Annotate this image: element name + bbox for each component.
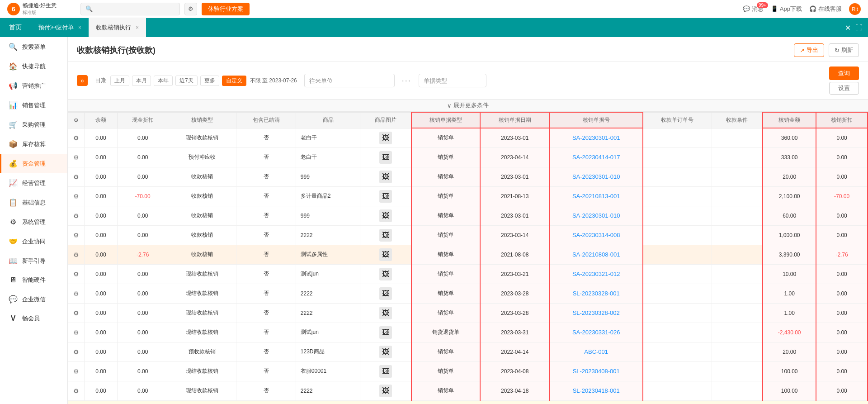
date-btn-last-month[interactable]: 上月 xyxy=(110,76,129,86)
cell-receipt-order-no xyxy=(643,264,712,284)
cell-cancel-no: SA-20230331-026 xyxy=(549,323,643,342)
cell-gear[interactable]: ⚙ xyxy=(68,303,85,323)
expand-bar[interactable]: ∨ 展开更多条件 xyxy=(68,100,868,112)
sidebar-item-search[interactable]: 🔍 搜索菜单 xyxy=(0,37,67,57)
cancel-no-link[interactable]: SL-20230328-001 xyxy=(573,290,620,297)
cell-gear[interactable]: ⚙ xyxy=(68,167,85,186)
partner-input[interactable] xyxy=(304,74,395,87)
online-service-button[interactable]: 🎧 在线客服 xyxy=(809,5,842,13)
date-btn-more[interactable]: 更多 xyxy=(200,76,219,86)
maximize-icon[interactable]: ⛶ xyxy=(855,24,863,32)
cancel-no-link[interactable]: SA-20230414-017 xyxy=(572,154,620,161)
cell-gear[interactable]: ⚙ xyxy=(68,206,85,225)
cancel-no-link[interactable]: SA-20210813-001 xyxy=(572,193,620,200)
date-btn-this-year[interactable]: 本年 xyxy=(154,76,173,86)
cell-cancel-voucher-type: 销货退货单 xyxy=(411,323,481,342)
sidebar-item-guide[interactable]: 📖 新手引导 xyxy=(0,251,67,271)
cell-goods: 2222 xyxy=(296,225,360,245)
cancel-no-link[interactable]: SA-20230301-001 xyxy=(572,134,620,141)
cell-gear[interactable]: ⚙ xyxy=(68,186,85,206)
cancel-no-link[interactable]: SA-20230331-026 xyxy=(572,329,620,336)
sidebar-item-system[interactable]: ⚙ 系统管理 xyxy=(0,212,67,232)
refresh-button[interactable]: ↻ 刷新 xyxy=(829,43,859,57)
cell-goods-img: 🖼 xyxy=(360,225,411,245)
cell-include-settled: 否 xyxy=(236,147,296,167)
cell-gear[interactable]: ⚙ xyxy=(68,323,85,342)
cell-goods-img: 🖼 xyxy=(360,361,411,381)
voucher-type-select[interactable]: 单据类型 xyxy=(419,74,486,87)
sidebar-item-wechat[interactable]: 💬 企业微信 xyxy=(0,290,67,309)
inventory-icon: 📦 xyxy=(9,140,18,148)
cell-cancel-amount: 60.00 xyxy=(763,206,816,225)
cell-gear[interactable]: ⚙ xyxy=(68,128,85,147)
cell-gear[interactable]: ⚙ xyxy=(68,361,85,381)
tab-home[interactable]: 首页 xyxy=(0,18,31,37)
app-download-button[interactable]: 📱 App下载 xyxy=(771,5,802,13)
export-button[interactable]: ↗ 导出 xyxy=(794,43,824,57)
tab-prepay[interactable]: 预付冲应付单 × xyxy=(31,18,89,37)
tab-receipt-cancel-close[interactable]: × xyxy=(136,24,139,31)
cancel-no-link[interactable]: SA-20230301-010 xyxy=(572,212,620,219)
date-btn-this-month[interactable]: 本月 xyxy=(132,76,151,86)
sidebar-item-basics[interactable]: 📋 基础信息 xyxy=(0,193,67,212)
close-window-icon[interactable]: ✕ xyxy=(845,24,851,32)
table-container[interactable]: ⚙ 余额 现金折扣 核销类型 包含已结清 商品 商品图片 核销单据类型 核销单据… xyxy=(68,112,868,404)
cell-cancel-date: 2022-04-14 xyxy=(480,342,549,361)
date-btn-custom[interactable]: 自定义 xyxy=(222,76,246,86)
cell-receipt-order-no xyxy=(643,323,712,342)
sidebar-item-vip[interactable]: V 畅会员 xyxy=(0,309,67,328)
sidebar-item-quicknav[interactable]: 🏠 快捷导航 xyxy=(0,57,67,76)
cell-receipt-condition xyxy=(712,225,763,245)
cell-gear[interactable]: ⚙ xyxy=(68,147,85,167)
avatar[interactable]: Rit xyxy=(849,3,861,15)
dots-button[interactable]: ··· xyxy=(402,76,411,86)
cancel-no-link[interactable]: SA-20210808-001 xyxy=(572,251,620,258)
table-row: ⚙ 0.00 -70.00 收款核销 否 多计量商品2 🖼 销货单 2021-0… xyxy=(68,186,868,206)
search-input[interactable] xyxy=(95,5,168,12)
cancel-no-link[interactable]: SA-20230301-010 xyxy=(572,173,620,180)
cancel-no-link[interactable]: SL-20230418-001 xyxy=(573,387,620,394)
sidebar-item-inventory[interactable]: 📦 库存核算 xyxy=(0,134,67,154)
sidebar-item-finance[interactable]: 💰 资金管理 xyxy=(0,154,67,173)
cell-gear[interactable]: ⚙ xyxy=(68,342,85,361)
filter-toggle-button[interactable]: » xyxy=(77,75,88,86)
cell-goods: 测试jun xyxy=(296,323,360,342)
settings-button[interactable]: 设置 xyxy=(829,82,859,95)
date-btn-7days[interactable]: 近7天 xyxy=(175,76,198,86)
cell-cancel-amount: 2,100.00 xyxy=(763,186,816,206)
cell-yue: 0.00 xyxy=(85,323,118,342)
tab-prepay-close[interactable]: × xyxy=(78,24,81,31)
query-button[interactable]: 查询 xyxy=(829,67,859,80)
cell-gear[interactable]: ⚙ xyxy=(68,284,85,303)
sidebar-item-hardware[interactable]: 🖥 智能硬件 xyxy=(0,271,67,290)
cell-gear[interactable]: ⚙ xyxy=(68,381,85,400)
industry-button[interactable]: 休验行业方案 xyxy=(202,3,250,15)
cell-receipt-order-no xyxy=(643,147,712,167)
cell-goods-img: 🖼 xyxy=(360,186,411,206)
wechat-icon: 💬 xyxy=(9,295,18,304)
sidebar-item-sales[interactable]: 📊 销售管理 xyxy=(0,95,67,115)
sidebar-item-collab[interactable]: 🤝 企业协同 xyxy=(0,232,67,251)
cancel-no-link[interactable]: SA-20230321-012 xyxy=(572,271,620,277)
gear-button[interactable]: ⚙ xyxy=(184,3,197,15)
cell-goods: 衣服00001 xyxy=(296,361,360,381)
top-search-box[interactable]: 🔍 xyxy=(80,3,180,15)
message-button[interactable]: 💬 消息 99+ xyxy=(743,5,764,13)
sidebar-item-operations[interactable]: 📈 经营管理 xyxy=(0,173,67,193)
sidebar-item-purchase[interactable]: 🛒 采购管理 xyxy=(0,115,67,134)
sidebar-item-marketing[interactable]: 📢 营销推广 xyxy=(0,76,67,95)
cell-receipt-order-no xyxy=(643,167,712,186)
col-gear[interactable]: ⚙ xyxy=(68,112,85,128)
cell-gear[interactable]: ⚙ xyxy=(68,245,85,264)
tab-receipt-cancel[interactable]: 收款核销执行 × xyxy=(89,18,146,37)
cancel-no-link[interactable]: SA-20230314-008 xyxy=(572,232,620,238)
cell-gear[interactable]: ⚙ xyxy=(68,225,85,245)
refresh-label: 刷新 xyxy=(841,46,853,54)
cell-yue: 0.00 xyxy=(85,342,118,361)
cancel-no-link[interactable]: SL-20230328-002 xyxy=(573,309,620,316)
cancel-no-link[interactable]: ABC-001 xyxy=(584,348,608,355)
cell-cancel-voucher-type: 销货单 xyxy=(411,147,481,167)
cancel-no-link[interactable]: SL-20230408-001 xyxy=(573,368,620,375)
cell-gear[interactable]: ⚙ xyxy=(68,264,85,284)
cell-goods: 老白干 xyxy=(296,147,360,167)
